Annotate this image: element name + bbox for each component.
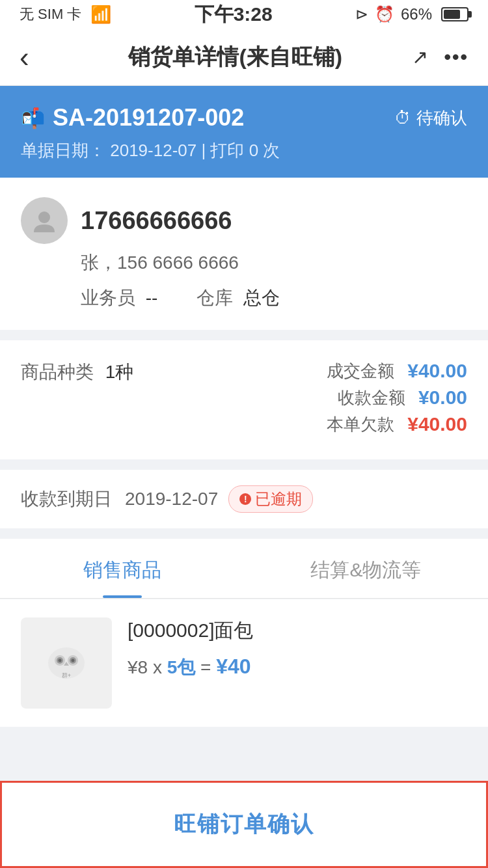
status-bar: 无 SIM 卡 📶 下午3:28 ⊳ ⏰ 66% (0, 0, 488, 29)
customer-meta: 业务员 -- 仓库 总仓 (81, 286, 467, 310)
battery-percent: 66% (401, 5, 432, 23)
sim-label: 无 SIM 卡 (20, 5, 81, 24)
alarm-icon: ⏰ (375, 5, 394, 23)
location-icon: ⊳ (355, 5, 368, 23)
status-left: 无 SIM 卡 📶 (20, 5, 111, 25)
overdue-badge: ! 已逾期 (228, 485, 313, 513)
battery-icon (441, 7, 468, 21)
order-date: 单据日期： 2019-12-07 | 打印 0 次 (21, 139, 467, 162)
order-status: ⏱ 待确认 (394, 107, 467, 129)
salesman-label: 业务员 -- (81, 286, 157, 310)
nav-actions: ↗︎ ••• (412, 46, 468, 68)
tabs-bar: 销售商品 结算&物流等 (0, 539, 488, 599)
status-clock-icon: ⏱ (394, 108, 411, 128)
share-icon[interactable]: ↗︎ (412, 46, 428, 68)
svg-point-0 (38, 211, 50, 223)
product-item: 群+ [0000002]面包 ¥8 x 5包 = ¥40 (21, 617, 467, 709)
status-right: ⊳ ⏰ 66% (355, 5, 468, 23)
product-section: 群+ [0000002]面包 ¥8 x 5包 = ¥40 (0, 599, 488, 727)
svg-point-6 (59, 659, 62, 662)
customer-section: 17666666666 张，156 6666 6666 业务员 -- 仓库 总仓 (0, 178, 488, 330)
tabs-section: 销售商品 结算&物流等 (0, 539, 488, 599)
confirm-button-wrap: 旺铺订单确认 (0, 781, 488, 868)
status-time: 下午3:28 (195, 1, 273, 28)
product-price: ¥8 x 5包 = ¥40 (128, 655, 467, 680)
summary-type: 商品种类 1种 (21, 360, 133, 385)
due-date-section: 收款到期日 2019-12-07 ! 已逾期 (0, 470, 488, 528)
svg-point-7 (72, 659, 75, 662)
customer-avatar (21, 197, 68, 244)
summary-section: 商品种类 1种 成交金额 ¥40.00 收款金额 ¥0.00 本单欠款 ¥40.… (0, 340, 488, 459)
svg-text:群+: 群+ (62, 672, 71, 679)
customer-phone: 17666666666 (81, 207, 232, 235)
order-id-icon: 📬 (21, 107, 45, 129)
page-title: 销货单详情(来自旺铺) (128, 42, 342, 72)
summary-amounts: 成交金额 ¥40.00 收款金额 ¥0.00 本单欠款 ¥40.00 (327, 360, 467, 440)
product-info: [0000002]面包 ¥8 x 5包 = ¥40 (128, 617, 467, 680)
customer-name: 张，156 6666 6666 (81, 251, 467, 275)
confirm-order-button[interactable]: 旺铺订单确认 (23, 796, 465, 853)
product-thumbnail: 群+ (21, 617, 112, 709)
wifi-icon: 📶 (90, 5, 111, 25)
tab-settlement[interactable]: 结算&物流等 (244, 539, 488, 598)
overdue-icon: ! (239, 493, 251, 505)
back-button[interactable]: ‹ (20, 41, 59, 74)
order-header-card: 📬 SA-20191207-002 ⏱ 待确认 单据日期： 2019-12-07… (0, 86, 488, 178)
nav-bar: ‹ 销货单详情(来自旺铺) ↗︎ ••• (0, 29, 488, 86)
warehouse-label: 仓库 总仓 (197, 286, 280, 310)
more-icon[interactable]: ••• (444, 46, 468, 68)
product-name: [0000002]面包 (128, 617, 467, 644)
order-id: 📬 SA-20191207-002 (21, 104, 244, 131)
tab-products[interactable]: 销售商品 (0, 539, 244, 598)
